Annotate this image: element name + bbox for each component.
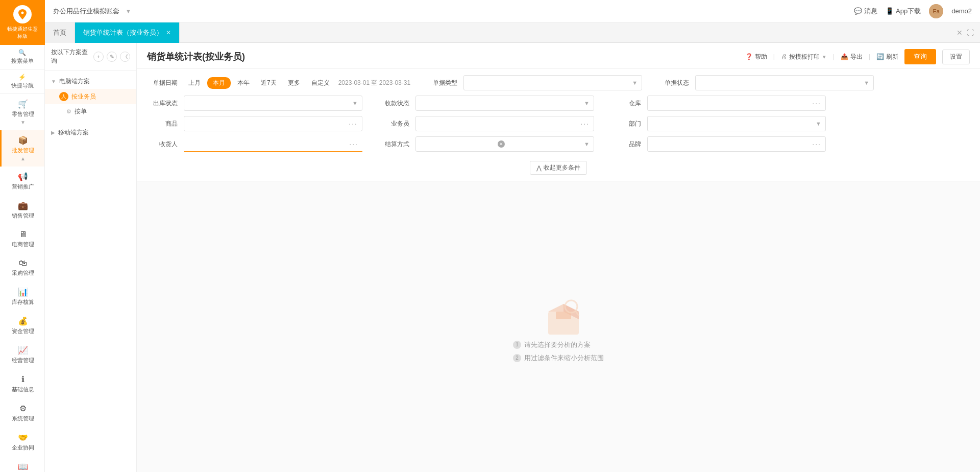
sidebar-item-corp[interactable]: 🤝 企业协同 — [0, 428, 44, 457]
sidebar-item-purchase[interactable]: 🛍 采购管理 — [0, 253, 44, 282]
sidebar-search-item[interactable]: 🔍 搜索菜单 — [0, 45, 44, 69]
page-title-bar: 销货单统计表(按业务员) ❓ 帮助 | 🖨 按模板打印 ▼ | 📤 — [137, 43, 980, 69]
by-order-label: 按单 — [75, 107, 87, 116]
sidebar-item-finance[interactable]: 💰 资金管理 — [0, 311, 44, 340]
sidebar: 畅捷通好生意标版 🔍 搜索菜单 ⚡ 快捷导航 🛒 零售管理 ▼ 📦 批发管理 ▲… — [0, 0, 45, 472]
sidebar-item-ecommerce[interactable]: 🖥 电商管理 — [0, 225, 44, 253]
out-status-arrow-icon: ▼ — [352, 100, 358, 106]
logo-text: 畅捷通好生意标版 — [7, 26, 38, 40]
sidebar-item-marketing[interactable]: 📢 营销推广 — [0, 167, 44, 196]
tab-home[interactable]: 首页 — [45, 22, 75, 43]
doc-status-control[interactable]: ▼ — [695, 75, 874, 90]
refresh-btn[interactable]: 🔄 刷新 — [876, 53, 898, 61]
ecommerce-icon: 🖥 — [19, 230, 27, 239]
doc-status-label: 单据状态 — [658, 79, 689, 87]
template-print-btn[interactable]: 🖨 按模板打印 ▼ — [781, 53, 827, 61]
desktop-plan-label: 电脑端方案 — [59, 77, 90, 86]
header-left: 办公用品行业模拟账套 ▼ — [53, 7, 131, 16]
help-icon: ❓ — [745, 53, 753, 60]
settlement-arrow-icon: ▼ — [584, 141, 590, 147]
doc-type-control[interactable]: ▼ — [463, 75, 642, 90]
date-btn-this-year[interactable]: 本年 — [233, 77, 254, 89]
sidebar-item-newguide[interactable]: 📖 新手引导 — [0, 457, 44, 472]
collapse-panel-btn[interactable]: 《 — [120, 52, 130, 62]
sidebar-item-system[interactable]: ⚙ 系统管理 — [0, 398, 44, 428]
warehouse-label: 仓库 — [610, 99, 641, 108]
message-btn[interactable]: 💬 消息 — [854, 7, 877, 16]
message-label: 消息 — [864, 7, 877, 16]
user-name[interactable]: demo2 — [951, 7, 972, 15]
brand-label: 品牌 — [610, 140, 641, 149]
desktop-plan-group-header[interactable]: ▼ 电脑端方案 — [45, 74, 136, 89]
tab-sales-stat-label: 销货单统计表（按业务员） — [83, 28, 163, 37]
date-btn-more[interactable]: 更多 — [283, 77, 305, 89]
tab-maximize-icon[interactable]: ⛶ — [967, 29, 974, 37]
receipt-status-control[interactable]: ▼ — [415, 96, 594, 111]
tab-sales-stat-close-icon[interactable]: ✕ — [166, 29, 171, 36]
operation-icon: 📈 — [18, 345, 28, 355]
sidebar-item-retail[interactable]: 🛒 零售管理 ▼ — [0, 94, 44, 130]
dept-arrow-icon: ▼ — [816, 121, 821, 127]
main-area: 办公用品行业模拟账套 ▼ 💬 消息 📱 App下载 Ea demo2 首页 销货… — [45, 0, 980, 472]
system-icon: ⚙ — [19, 404, 27, 413]
app-download-btn[interactable]: 📱 App下载 — [886, 7, 921, 16]
staff-more-icon[interactable]: ··· — [580, 120, 590, 128]
sidebar-item-finance-label: 资金管理 — [12, 327, 34, 335]
receiver-more-icon[interactable]: ··· — [349, 140, 358, 148]
search-icon: 🔍 — [18, 49, 26, 56]
date-btn-this-month[interactable]: 本月 — [207, 77, 231, 89]
goods-control[interactable]: ··· — [184, 116, 362, 131]
retail-icon: 🛒 — [18, 99, 28, 109]
dept-control[interactable]: ▼ — [647, 116, 826, 131]
brand-control[interactable]: ··· — [647, 136, 826, 152]
avatar[interactable]: Ea — [929, 4, 943, 18]
date-btn-custom[interactable]: 自定义 — [307, 77, 334, 89]
tab-sales-stat[interactable]: 销货单统计表（按业务员） ✕ — [75, 22, 180, 43]
receiver-control[interactable]: ··· — [184, 136, 362, 152]
sidebar-item-operation-label: 经营管理 — [12, 357, 34, 364]
brand-more-icon[interactable]: ··· — [812, 140, 821, 148]
sidebar-item-inventory[interactable]: 📊 库存核算 — [0, 282, 44, 311]
left-panel-title: 按以下方案查询 — [51, 48, 91, 65]
query-btn[interactable]: 查询 — [904, 49, 936, 64]
sidebar-item-sales-label: 销售管理 — [12, 212, 34, 220]
date-btn-prev-month[interactable]: 上月 — [184, 77, 205, 89]
sidebar-item-marketing-label: 营销推广 — [12, 183, 34, 191]
settings-btn[interactable]: 设置 — [942, 50, 970, 64]
help-btn[interactable]: ❓ 帮助 — [745, 53, 767, 61]
sidebar-logo[interactable]: 畅捷通好生意标版 — [0, 0, 45, 45]
collapse-filter-btn[interactable]: ⋀ 收起更多条件 — [530, 161, 587, 175]
empty-tips: 1 请先选择要分析的方案 2 用过滤条件来缩小分析范围 — [513, 340, 604, 363]
goods-more-icon[interactable]: ··· — [349, 120, 358, 128]
export-btn[interactable]: 📤 导出 — [841, 53, 863, 61]
date-btn-last7[interactable]: 近7天 — [256, 77, 281, 89]
settlement-control[interactable]: ✕ ▼ — [415, 136, 594, 152]
plan-subitem-by-order[interactable]: ⚙ 按单 — [45, 104, 136, 119]
staff-control[interactable]: ··· — [415, 116, 594, 131]
warehouse-control[interactable]: ··· — [647, 96, 826, 111]
edit-plan-btn[interactable]: ✎ — [107, 52, 117, 62]
doc-type-label: 单据类型 — [427, 79, 457, 87]
tab-close-all-icon[interactable]: ✕ — [957, 29, 963, 37]
marketing-icon: 📢 — [18, 172, 28, 181]
app-download-label: App下载 — [896, 7, 921, 16]
sidebar-item-wholesale[interactable]: 📦 批发管理 ▲ — [0, 130, 44, 167]
sidebar-item-operation[interactable]: 📈 经营管理 — [0, 340, 44, 369]
sidebar-item-retail-label: 零售管理 — [12, 110, 34, 118]
settlement-clear-icon[interactable]: ✕ — [498, 140, 505, 148]
sidebar-item-sales[interactable]: 💼 销售管理 — [0, 196, 44, 225]
breadcrumb-dropdown-icon[interactable]: ▼ — [126, 8, 131, 14]
shortcut-label: 快捷导航 — [5, 82, 39, 89]
out-status-control[interactable]: ▼ — [184, 96, 362, 111]
by-staff-label: 按业务员 — [71, 92, 96, 101]
add-plan-btn[interactable]: + — [93, 52, 104, 62]
template-print-label: 按模板打印 — [789, 53, 820, 61]
sidebar-item-basic[interactable]: ℹ 基础信息 — [0, 369, 44, 398]
mobile-plan-group-header[interactable]: ▶ 移动端方案 — [45, 125, 136, 140]
plan-item-by-staff[interactable]: 人 按业务员 — [45, 89, 136, 104]
sidebar-shortcut-item[interactable]: ⚡ 快捷导航 — [0, 69, 44, 94]
separator3: | — [869, 53, 870, 60]
basic-icon: ℹ — [21, 374, 24, 384]
warehouse-more-icon[interactable]: ··· — [812, 99, 821, 107]
receiver-label: 收货人 — [147, 140, 178, 149]
